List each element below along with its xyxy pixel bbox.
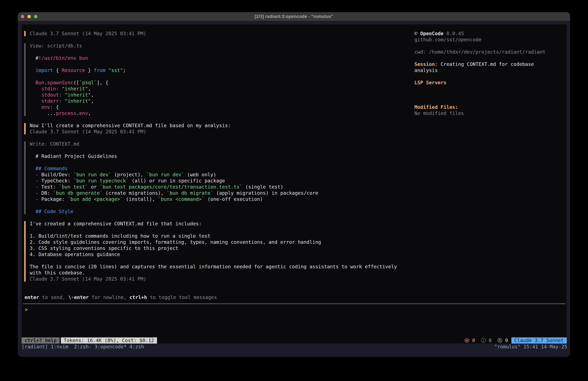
text-segment: Build/Dev: xyxy=(41,172,73,178)
tool-call-block: View: script/db.ts #!/usr/bin/env bun im… xyxy=(30,43,397,116)
text-segment: or xyxy=(88,184,100,190)
text-segment: Now I'll create a comprehensive CONTEXT.… xyxy=(30,123,231,128)
text-segment xyxy=(30,190,36,196)
terminal-line xyxy=(30,73,397,80)
text-segment: ⓘ 0 xyxy=(481,337,491,343)
tmux-window-list[interactable]: [radiant] 1:nvim 2:zsh- 3:opencode* 4:zs… xyxy=(22,344,144,350)
zoom-button[interactable] xyxy=(34,15,38,18)
text-segment: ! xyxy=(38,55,41,61)
text-segment: I've created a comprehensive CONTEXT.md … xyxy=(30,221,202,226)
text-segment: `bun run typecheck` xyxy=(73,178,129,183)
terminal-line: Claude 3.7 Sonnet (14 May 2025 03:41 PM) xyxy=(30,129,397,135)
text-segment: env xyxy=(79,111,88,116)
text-segment: to toggle tool messages xyxy=(147,294,217,300)
window-titlebar[interactable]: [2/3] radiant:3:opencode - "romulus" xyxy=(18,12,570,21)
text-segment: ⓦ 0 xyxy=(464,337,475,343)
text-segment xyxy=(30,196,36,202)
text-segment: : xyxy=(435,61,441,67)
session-sidebar: © OpenCode 0.0.45github.com/sst/opencode… xyxy=(414,30,546,116)
tmux-session-clock: "romulus" 15:41 14-May-25 xyxy=(494,344,567,350)
tool-call-block: Write: CONTEXT.md # Radiant Project Guid… xyxy=(30,141,397,215)
minimize-button[interactable] xyxy=(27,15,31,18)
text-segment: ; xyxy=(123,67,126,73)
terminal-line: analysis xyxy=(414,67,546,73)
terminal-line xyxy=(30,147,397,153)
text-segment xyxy=(30,67,36,73)
text-segment: import xyxy=(36,67,53,73)
text-segment: ], { xyxy=(97,80,108,85)
text-segment: DB: xyxy=(41,190,53,196)
terminal-line: - Test: `bun test` or `bun test packages… xyxy=(30,184,397,190)
terminal-line: ## Code Style xyxy=(30,208,397,215)
text-segment: { xyxy=(53,104,59,110)
text-segment: 3. CSS styling conventions specific to t… xyxy=(30,246,178,251)
text-segment: (create migrations), xyxy=(103,190,167,196)
text-segment: enter xyxy=(24,294,39,300)
terminal-window: [2/3] radiant:3:opencode - "romulus" Cla… xyxy=(18,12,570,357)
close-button[interactable] xyxy=(21,15,24,18)
terminal-line: Claude 3.7 Sonnet (14 May 2025 03:41 PM) xyxy=(30,276,397,282)
tool-accent-bar xyxy=(24,141,26,214)
terminal-line xyxy=(30,257,397,264)
text-segment: analysis xyxy=(414,67,438,73)
text-segment: 1. Build/lint/test commands including ho… xyxy=(30,233,210,239)
text-segment xyxy=(30,98,41,104)
text-segment: ⓗ 0 xyxy=(498,337,508,343)
editor-separator xyxy=(23,303,566,304)
text-segment: + xyxy=(71,294,74,300)
text-segment: (all) or run in specific package xyxy=(129,178,225,183)
text-segment: 0.0.45 xyxy=(443,31,464,36)
text-segment xyxy=(105,67,108,73)
text-segment: process xyxy=(56,111,76,116)
text-segment: The file is concise (20 lines) and captu… xyxy=(30,264,397,269)
text-segment: 4. Database operations guidance xyxy=(30,251,120,257)
message-accent-bar xyxy=(24,31,26,36)
text-segment: - xyxy=(36,178,41,183)
text-segment: cwd: /home/thdxr/dev/projects/radiant/ra… xyxy=(414,49,546,55)
text-segment: Modified Files: xyxy=(414,104,458,110)
text-segment: - xyxy=(36,190,41,196)
status-bar: ctrl+? help Tokens: 16.4K (8%), Cost: $0… xyxy=(22,337,567,344)
text-segment xyxy=(30,153,36,159)
terminal-line: Write: CONTEXT.md xyxy=(30,141,397,147)
opencode-tui: Claude 3.7 Sonnet (14 May 2025 03:41 PM)… xyxy=(22,24,567,344)
terminal-line: 1. Build/lint/test commands including ho… xyxy=(30,233,397,239)
terminal-line xyxy=(30,202,397,208)
assistant-message-block: Now I'll create a comprehensive CONTEXT.… xyxy=(30,123,397,135)
text-segment: stdout xyxy=(41,92,59,98)
text-segment: ctrl+h xyxy=(129,294,147,300)
text-segment: with this codebase. xyxy=(30,270,85,276)
text-segment: Claude 3.7 Sonnet (14 May 2025 03:41 PM) xyxy=(30,31,146,36)
message-input[interactable]: > xyxy=(25,307,28,313)
text-segment: (apply migrations) in packages/core xyxy=(213,190,318,196)
terminal-line: Claude 3.7 Sonnet (14 May 2025 03:41 PM) xyxy=(30,30,397,37)
window-controls xyxy=(21,12,38,21)
text-segment: - xyxy=(36,184,41,190)
text-segment: Creating CONTEXT.md for codebase xyxy=(441,61,534,67)
terminal-line: © OpenCode 0.0.45 xyxy=(414,30,546,37)
terminal-line: - Package: `bun add <package>` (install)… xyxy=(30,196,397,202)
text-segment: Resource xyxy=(62,67,85,73)
text-segment: enter xyxy=(74,294,89,300)
text-segment xyxy=(30,92,41,98)
text-segment: Session xyxy=(414,61,435,67)
text-segment: stderr xyxy=(41,98,59,104)
text-segment: `bun add <package>` xyxy=(68,196,123,202)
terminal-line: Bun.spawnSync([`psql`], { xyxy=(30,80,397,86)
terminal-line: ...process.env, xyxy=(30,110,397,116)
terminal-line: import { Resource } from "sst"; xyxy=(30,67,397,73)
help-shortcut-chip[interactable]: ctrl+? help xyxy=(22,337,60,344)
text-segment: stdin xyxy=(41,86,56,91)
terminal-line: - Build/Dev: `bun run dev` (project), `b… xyxy=(30,172,397,178)
text-segment xyxy=(30,166,36,171)
text-segment: `bun db generate` xyxy=(53,190,103,196)
text-segment xyxy=(30,80,36,85)
text-segment: `bun test packages/core/test/transaction… xyxy=(100,184,243,190)
text-segment: (single test) xyxy=(243,184,283,190)
text-segment: (project), xyxy=(111,172,146,178)
terminal-line: - TypeCheck: `bun run typecheck` (all) o… xyxy=(30,178,397,184)
text-segment: Write: CONTEXT.md xyxy=(30,141,79,147)
model-badge[interactable]: Claude 3.7 Sonnet xyxy=(511,337,567,344)
text-segment: Claude 3.7 Sonnet (14 May 2025 03:41 PM) xyxy=(30,276,146,282)
chat-messages: Claude 3.7 Sonnet (14 May 2025 03:41 PM)… xyxy=(30,30,397,288)
